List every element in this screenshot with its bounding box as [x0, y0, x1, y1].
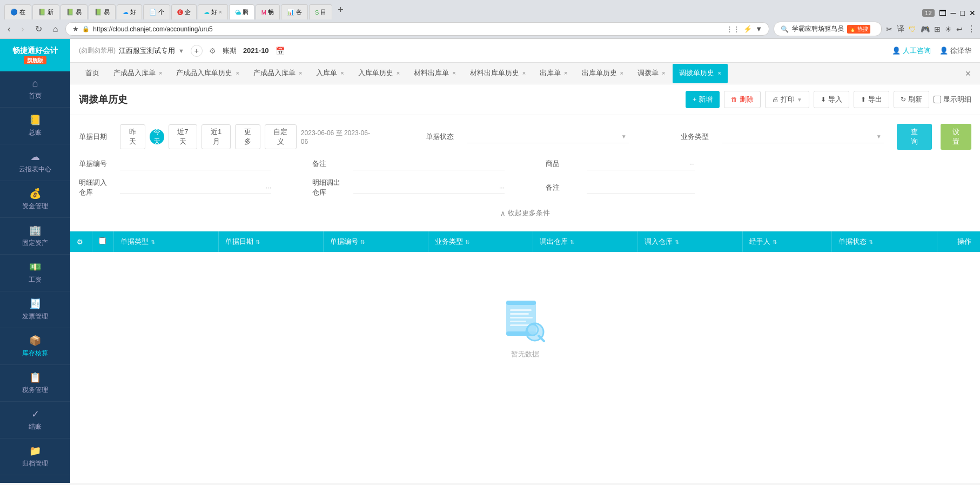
warehouse-in-column-header[interactable]: 调入仓库 ⇅ [637, 231, 742, 252]
company-settings-button[interactable]: ⚙ [209, 46, 216, 55]
status-select[interactable] [467, 130, 629, 143]
print-button[interactable]: 🖨 打印 ▼ [765, 91, 809, 108]
warehouse-in-input[interactable] [120, 181, 266, 194]
tab-inbound-history[interactable]: 入库单历史 × [352, 64, 406, 83]
user-button[interactable]: 👤 徐泽华 [939, 46, 971, 56]
sidebar-item-funds[interactable]: 💰 资金管理 [0, 181, 70, 218]
export-button[interactable]: ⬆ 导出 [854, 91, 889, 108]
sidebar-item-home[interactable]: ⌂ 首页 [0, 71, 70, 108]
tab-outbound[interactable]: 出库单 × [533, 64, 574, 83]
sidebar-item-invoice[interactable]: 🧾 发票管理 [0, 291, 70, 328]
shield-icon[interactable]: 🛡 [909, 25, 916, 34]
doc-status-column-header[interactable]: 单据状态 ⇅ [832, 231, 937, 252]
remark-input[interactable] [353, 157, 505, 170]
warehouse-out-input[interactable] [353, 181, 499, 194]
sidebar-item-reports[interactable]: ☁ 云报表中心 [0, 144, 70, 181]
tab-transfer[interactable]: 调拨单 × [631, 64, 672, 83]
cut-icon[interactable]: ✂ [886, 25, 892, 34]
new-button[interactable]: + 新增 [686, 91, 720, 108]
tab-finished-inbound-history[interactable]: 产成品入库单历史 × [170, 64, 245, 83]
browser-tab-7[interactable]: 🅒 企 [171, 4, 197, 19]
sidebar-item-tax[interactable]: 📋 税务管理 [0, 365, 70, 402]
sidebar-item-archive[interactable]: 📁 归档管理 [0, 439, 70, 475]
date-more-btn[interactable]: 更多 [235, 124, 260, 149]
reload-button[interactable]: ↻ [32, 23, 45, 35]
business-type-select-wrapper[interactable]: ▼ [722, 130, 884, 143]
status-select-wrapper[interactable]: ▼ [467, 130, 629, 143]
back-button[interactable]: ‹ [4, 23, 14, 35]
date-today-btn[interactable]: 今天 [150, 129, 164, 144]
close-button[interactable]: ✕ [969, 9, 976, 17]
dropdown-arrow[interactable]: ▼ [755, 25, 762, 33]
browser-tab-3[interactable]: 📗 易 [61, 4, 88, 19]
date-yesterday-btn[interactable]: 昨天 [120, 124, 145, 149]
date-1month-btn[interactable]: 近1月 [202, 124, 231, 149]
goods-input[interactable] [587, 157, 689, 170]
game-icon[interactable]: 🎮 [921, 25, 930, 34]
warehouse-in-more-icon[interactable]: ··· [266, 184, 271, 191]
tab-material-outbound-history[interactable]: 材料出库单历史 × [464, 64, 532, 83]
grid-icon[interactable]: ⊞ [934, 25, 941, 34]
sidebar-item-inventory[interactable]: 📦 库存核算 [0, 328, 70, 365]
maximize-button[interactable]: □ [961, 9, 965, 17]
tab-transfer-history[interactable]: 调拨单历史 × [673, 64, 727, 83]
select-all-checkbox[interactable] [99, 237, 106, 244]
address-bar[interactable]: ★ 🔒 https://cloud.chanjet.com/accounting… [65, 22, 769, 36]
sidebar-item-assets[interactable]: 🏢 固定资产 [0, 218, 70, 255]
tab-inbound[interactable]: 入库单 × [310, 64, 350, 83]
collapse-button[interactable]: ∧ 收起更多条件 [79, 204, 971, 222]
table-settings-icon[interactable]: ⚙ [77, 238, 83, 246]
browser-tab-10[interactable]: 📊 各 [281, 4, 308, 19]
brightness-icon[interactable]: ☀ [945, 25, 952, 34]
tab-material-outbound[interactable]: 材料出库单 × [407, 64, 462, 83]
browser-tab-4[interactable]: 📗 易 [89, 4, 116, 19]
warehouse-out-more-icon[interactable]: ··· [499, 184, 505, 191]
date-7days-btn[interactable]: 近7天 [169, 124, 198, 149]
close-all-tabs-button[interactable]: ✕ [965, 69, 971, 78]
check-column-header[interactable] [92, 231, 113, 252]
company-selector[interactable]: (勿删勿禁用) 江西服宝测试专用 ▼ [79, 46, 184, 56]
window-icon[interactable]: 🗖 [939, 9, 947, 17]
translate-icon[interactable]: 译 [897, 24, 904, 34]
home-button[interactable]: ⌂ [50, 23, 62, 35]
more-menu-icon[interactable]: ⋮ [967, 24, 976, 34]
help-button[interactable]: 👤 人工咨询 [892, 46, 931, 56]
browser-tab-5[interactable]: ☁ 好 [117, 4, 142, 19]
doc-number-column-header[interactable]: 单据编号 ⇅ [323, 231, 428, 252]
business-type-select[interactable] [722, 130, 884, 143]
browser-tab-6[interactable]: 📄 个 [143, 4, 170, 19]
undo-icon[interactable]: ↩ [956, 25, 963, 34]
add-company-button[interactable]: + [191, 45, 203, 57]
tab-finished-inbound[interactable]: 产成品入库单 × [107, 64, 169, 83]
calendar-icon[interactable]: 📅 [276, 46, 285, 55]
doc-date-column-header[interactable]: 单据日期 ⇅ [218, 231, 323, 252]
browser-tab-8[interactable]: ☁ 好 × [198, 4, 228, 19]
browser-tab[interactable]: 🔵 在 [4, 4, 31, 19]
browser-tab-2[interactable]: 📗 新 [32, 4, 59, 19]
browser-tab-active[interactable]: 🌥 腾 [229, 4, 254, 19]
browser-tab-11[interactable]: S 目 [309, 4, 332, 19]
new-tab-button[interactable]: + [333, 2, 348, 18]
sidebar-item-settings[interactable]: ⚙ 基础设置 [0, 475, 70, 483]
settings-button[interactable]: 设置 [941, 124, 971, 150]
tab-outbound-history[interactable]: 出库单历史 × [575, 64, 630, 83]
display-checkbox[interactable] [934, 96, 941, 103]
sidebar-item-closing[interactable]: ✓ 结账 [0, 402, 70, 439]
delete-button[interactable]: 🗑 删除 [724, 91, 761, 108]
tab-home[interactable]: 首页 [79, 64, 106, 83]
settings-column-header[interactable]: ⚙ [70, 231, 92, 252]
sidebar-item-ledger[interactable]: 📒 总账 [0, 108, 70, 144]
handler-column-header[interactable]: 经手人 ⇅ [742, 231, 832, 252]
refresh-button[interactable]: ↻ 刷新 [894, 91, 929, 108]
warehouse-out-column-header[interactable]: 调出仓库 ⇅ [533, 231, 637, 252]
browser-tab-9[interactable]: M 畅 [256, 4, 280, 19]
import-button[interactable]: ⬇ 导入 [814, 91, 849, 108]
query-button[interactable]: 查询 [897, 124, 932, 150]
site-settings-icon[interactable]: ⋮⋮ [726, 25, 740, 33]
company-dropdown-icon[interactable]: ▼ [178, 48, 184, 54]
forward-button[interactable]: › [18, 23, 27, 35]
doc-type-column-header[interactable]: 单据类型 ⇅ [113, 231, 218, 252]
goods-more-icon[interactable]: ··· [689, 160, 695, 168]
date-custom-btn[interactable]: 自定义 [265, 124, 297, 149]
business-type-column-header[interactable]: 业务类型 ⇅ [428, 231, 533, 252]
